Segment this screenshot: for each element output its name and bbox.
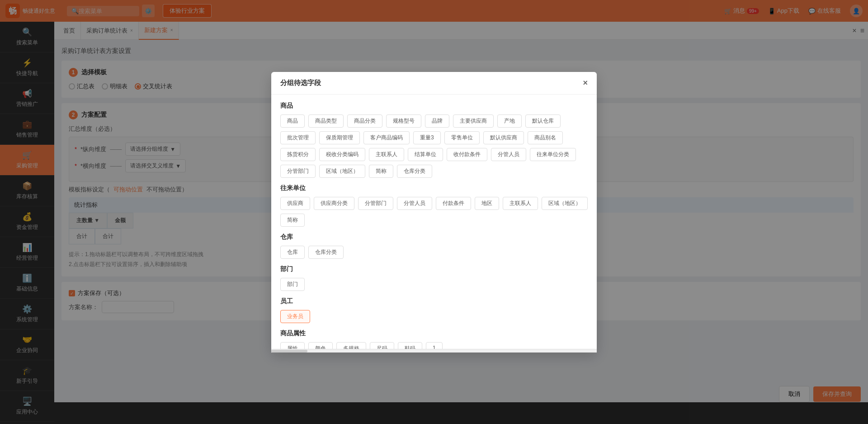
field-tag[interactable]: 仓库分类 [397, 165, 432, 178]
field-tag[interactable]: 主联系人 [369, 148, 404, 161]
field-tag[interactable]: 多规格 [336, 342, 366, 349]
field-tag[interactable]: 重量3 [413, 131, 441, 144]
field-tag[interactable]: 仓库分类 [308, 246, 344, 259]
field-tag[interactable]: 供应商分类 [314, 197, 354, 210]
field-tag[interactable]: 结算单位 [408, 148, 443, 161]
field-tag[interactable]: 分管人员 [491, 148, 526, 161]
field-tag[interactable]: 简称 [369, 165, 393, 178]
field-tag[interactable]: 拣货积分 [280, 148, 316, 161]
field-tag[interactable]: 规格型号 [386, 114, 421, 128]
field-tag[interactable]: 主要供应商 [453, 114, 494, 128]
field-tags-往来单位: 供应商供应商分类分管部门分管人员付款条件地区主联系人区域（地区）简称 [280, 197, 588, 227]
field-tag[interactable]: 分管部门 [358, 197, 393, 210]
field-tag[interactable]: 默认供应商 [483, 131, 524, 144]
field-section-title-仓库: 仓库 [280, 233, 588, 241]
field-tag[interactable]: 供应商 [280, 197, 310, 210]
field-tag[interactable]: 商品类型 [308, 114, 344, 128]
field-tag[interactable]: 分管部门 [280, 165, 316, 178]
field-tag[interactable]: 批次管理 [280, 131, 316, 144]
dialog-hscroll[interactable] [271, 349, 597, 353]
field-tag[interactable]: 客户商品编码 [363, 131, 410, 144]
field-tag[interactable]: 部门 [280, 278, 305, 291]
field-tag[interactable]: 分管人员 [397, 197, 432, 210]
field-tag[interactable]: 品牌 [425, 114, 449, 128]
dialog-body: 商品商品商品类型商品分类规格型号品牌主要供应商产地默认仓库批次管理保质期管理客户… [271, 95, 597, 349]
field-tag[interactable]: 鞋码 [398, 342, 422, 349]
dialog-hscroll-thumb [271, 350, 307, 353]
field-tag[interactable]: 主联系人 [503, 197, 538, 210]
field-tag[interactable]: 税收分类编码 [319, 148, 365, 161]
field-tag[interactable]: 尺码 [370, 342, 394, 349]
field-tag[interactable]: 1 [426, 342, 443, 349]
field-tag[interactable]: 保质期管理 [319, 131, 360, 144]
field-tag[interactable]: 收付款条件 [447, 148, 487, 161]
field-tag[interactable]: 默认仓库 [525, 114, 561, 128]
field-section-title-员工: 员工 [280, 297, 588, 305]
field-tags-仓库: 仓库仓库分类 [280, 246, 588, 259]
field-tag[interactable]: 仓库 [280, 246, 305, 259]
field-tag[interactable]: 往来单位分类 [530, 148, 576, 161]
field-select-dialog: 分组待选字段 × 商品商品商品类型商品分类规格型号品牌主要供应商产地默认仓库批次… [271, 72, 597, 353]
field-tags-员工: 业务员 [280, 310, 588, 323]
field-tag[interactable]: 商品 [280, 114, 305, 128]
field-tag[interactable]: 颜色 [308, 342, 333, 349]
field-section-title-往来单位: 往来单位 [280, 184, 588, 192]
field-tags-商品属性: 属性颜色多规格尺码鞋码1 [280, 342, 588, 349]
field-tag[interactable]: 简称 [280, 214, 305, 227]
dialog-title: 分组待选字段 [280, 79, 321, 87]
field-tag[interactable]: 区域（地区） [319, 165, 365, 178]
field-tag[interactable]: 付款条件 [436, 197, 471, 210]
field-section-title-商品: 商品 [280, 102, 588, 110]
field-tags-商品: 商品商品类型商品分类规格型号品牌主要供应商产地默认仓库批次管理保质期管理客户商品… [280, 114, 588, 178]
field-tag[interactable]: 商品分类 [347, 114, 382, 128]
field-tags-部门: 部门 [280, 278, 588, 291]
field-tag[interactable]: 地区 [475, 197, 499, 210]
field-tag[interactable]: 产地 [497, 114, 522, 128]
dialog-close-icon[interactable]: × [583, 78, 588, 88]
dialog-header: 分组待选字段 × [271, 72, 597, 95]
field-tag[interactable]: 商品别名 [528, 131, 563, 144]
field-section-title-部门: 部门 [280, 265, 588, 273]
field-tag[interactable]: 属性 [280, 342, 305, 349]
field-tag[interactable]: 业务员 [280, 310, 310, 323]
field-section-title-商品属性: 商品属性 [280, 329, 588, 338]
field-tag[interactable]: 区域（地区） [542, 197, 588, 210]
field-tag[interactable]: 零售单位 [444, 131, 480, 144]
